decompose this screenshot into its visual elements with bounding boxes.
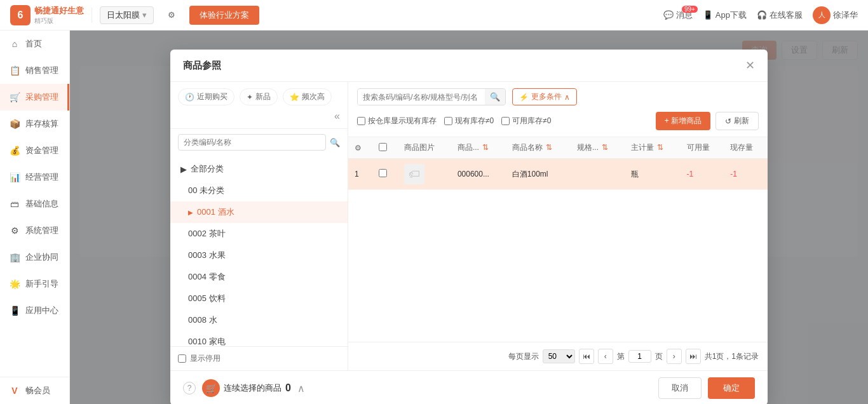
- app-label: App下载: [715, 10, 747, 21]
- sidebar: ⌂ 首页 📋 销售管理 🛒 采购管理 📦 库存核算 💰 资金管理 📊 经营管理 …: [0, 30, 70, 404]
- product-search-input[interactable]: [358, 90, 485, 105]
- last-page-button[interactable]: ⏭: [686, 349, 701, 364]
- cat-00-label: 00 未分类: [188, 185, 224, 196]
- sidebar-label-inventory: 库存核算: [25, 118, 58, 130]
- warehouse-stock-checkbox-label[interactable]: 按仓库显示现有库存: [357, 116, 437, 126]
- tab-recent[interactable]: 🕐 近期购买: [178, 88, 234, 105]
- add-product-button[interactable]: + 新增商品: [656, 112, 710, 130]
- product-search-icon[interactable]: 🔍: [485, 89, 505, 105]
- sidebar-item-purchase[interactable]: 🛒 采购管理: [0, 84, 69, 111]
- cell-name: 白酒100ml: [506, 159, 571, 190]
- user-profile[interactable]: 人 徐泽华: [813, 6, 858, 24]
- per-page-label: 每页显示: [508, 351, 539, 362]
- sidebar-item-sales[interactable]: 📋 销售管理: [0, 57, 69, 84]
- category-item-0001[interactable]: ▶ 0001 酒水: [170, 201, 348, 223]
- col-settings[interactable]: ⚙: [348, 137, 372, 159]
- col-checkbox[interactable]: [372, 137, 398, 159]
- category-search-icon[interactable]: 🔍: [330, 138, 340, 147]
- col-name[interactable]: 商品名称 ⇅: [506, 137, 571, 159]
- inventory-icon: 📦: [9, 118, 20, 130]
- help-icon[interactable]: ?: [183, 382, 196, 394]
- cancel-button[interactable]: 取消: [658, 377, 702, 399]
- cell-avail: -1: [681, 159, 724, 190]
- sidebar-item-enterprise[interactable]: 🏢 企业协同: [0, 244, 69, 271]
- category-item-0005[interactable]: 0005 饮料: [170, 288, 348, 309]
- warehouse-stock-checkbox[interactable]: [357, 117, 365, 125]
- modal-close-button[interactable]: ✕: [745, 58, 755, 72]
- sidebar-label-sales: 销售管理: [25, 65, 58, 76]
- avail-stock-checkbox[interactable]: [501, 117, 510, 125]
- product-search-bar: 🔍: [357, 88, 506, 105]
- col-code[interactable]: 商品... ⇅: [451, 137, 506, 159]
- collapse-left-button[interactable]: «: [334, 111, 340, 122]
- more-filter-button[interactable]: ⚡ 更多条件 ∧: [512, 88, 577, 105]
- tab-frequent-label: 频次高: [302, 91, 325, 102]
- messages-button[interactable]: 💬 消息 99+: [663, 10, 693, 21]
- filter-label: 更多条件: [531, 91, 562, 102]
- table-row[interactable]: 1 🏷 000600... 白酒100ml 瓶 -1 -1: [348, 159, 768, 190]
- modal-body: 🕐 近期购买 ✦ 新品 ⭐ 频次高 «: [170, 82, 768, 370]
- per-page-select[interactable]: 50 100 200: [543, 349, 575, 363]
- trial-button[interactable]: 体验行业方案: [189, 6, 259, 25]
- logo-main-text: 畅捷通好生意: [34, 5, 84, 17]
- page-number-input[interactable]: [628, 350, 651, 363]
- cell-seq: 1: [348, 159, 372, 190]
- category-item-00[interactable]: 00 未分类: [170, 180, 348, 201]
- category-item-0003[interactable]: 0003 水果: [170, 245, 348, 266]
- category-list: ▶ 全部分类 00 未分类 ▶ 0001 酒水 0002 茶: [170, 156, 348, 346]
- sidebar-item-system[interactable]: ⚙ 系统管理: [0, 217, 69, 244]
- sidebar-label-home: 首页: [25, 38, 42, 50]
- refresh-button[interactable]: ↺ 刷新: [715, 112, 759, 130]
- cat-0008-label: 0008 水: [188, 314, 217, 326]
- category-item-all[interactable]: ▶ 全部分类: [170, 158, 348, 180]
- category-item-0004[interactable]: 0004 零食: [170, 266, 348, 288]
- recent-icon: 🕐: [185, 93, 194, 102]
- tab-frequent[interactable]: ⭐ 频次高: [283, 88, 332, 105]
- category-search-input[interactable]: [178, 134, 326, 151]
- col-unit[interactable]: 主计量 ⇅: [625, 137, 681, 159]
- product-table: ⚙ 商品图片 商品... ⇅ 商品名称 ⇅ 规格... ⇅ 主计量 ⇅ 可用量: [348, 137, 768, 190]
- settings-icon[interactable]: ⚙: [161, 5, 182, 25]
- sidebar-item-finance[interactable]: 💰 资金管理: [0, 137, 69, 164]
- sidebar-label-purchase: 采购管理: [25, 91, 58, 103]
- sidebar-item-inventory[interactable]: 📦 库存核算: [0, 111, 69, 137]
- first-page-button[interactable]: ⏮: [579, 349, 594, 364]
- cat-all-arrow: ▶: [180, 165, 187, 174]
- category-item-0008[interactable]: 0008 水: [170, 309, 348, 331]
- avail-stock-checkbox-label[interactable]: 可用库存≠0: [501, 116, 551, 126]
- cat-0010-label: 0010 家电: [188, 336, 226, 346]
- col-spec[interactable]: 规格... ⇅: [571, 137, 625, 159]
- prev-page-button[interactable]: ‹: [598, 349, 613, 364]
- sidebar-item-guide[interactable]: 🌟 新手引导: [0, 271, 69, 297]
- category-item-0002[interactable]: 0002 茶叶: [170, 223, 348, 245]
- sidebar-item-apps[interactable]: 📱 应用中心: [0, 297, 69, 324]
- cart-icon[interactable]: 🛒: [202, 379, 220, 397]
- col-avail: 可用量: [681, 137, 724, 159]
- sidebar-item-member[interactable]: V 畅会员: [0, 377, 69, 404]
- select-all-checkbox[interactable]: [379, 143, 387, 151]
- tab-new[interactable]: ✦ 新品: [240, 88, 278, 105]
- has-stock-checkbox-label[interactable]: 现有库存≠0: [444, 116, 494, 126]
- frequent-icon: ⭐: [290, 93, 299, 102]
- cell-checkbox[interactable]: [372, 159, 398, 190]
- sidebar-item-home[interactable]: ⌂ 首页: [0, 30, 69, 57]
- sidebar-item-operation[interactable]: 📊 经营管理: [0, 164, 69, 191]
- show-disabled-checkbox[interactable]: [178, 354, 186, 363]
- app-download-button[interactable]: 📱 App下载: [703, 10, 747, 21]
- sidebar-item-basic[interactable]: 🗃 基础信息: [0, 191, 69, 217]
- service-icon: 🎧: [757, 10, 767, 20]
- category-item-0010[interactable]: 0010 家电: [170, 331, 348, 346]
- show-disabled-label[interactable]: 显示停用: [190, 353, 220, 364]
- next-page-button[interactable]: ›: [667, 349, 682, 364]
- online-service-button[interactable]: 🎧 在线客服: [757, 10, 803, 21]
- nav-selector[interactable]: 日太阳膜 ▾: [100, 6, 154, 24]
- logo-icon: 6: [10, 5, 31, 25]
- has-stock-checkbox[interactable]: [444, 117, 452, 125]
- header-right: 💬 消息 99+ 📱 App下载 🎧 在线客服 人 徐泽华: [663, 6, 858, 24]
- row-checkbox[interactable]: [379, 169, 387, 177]
- username: 徐泽华: [833, 10, 858, 21]
- cell-image: 🏷: [398, 159, 451, 190]
- collapse-footer-button[interactable]: ∧: [297, 382, 305, 394]
- cart-label: 连续选择的商品: [224, 382, 281, 394]
- confirm-button[interactable]: 确定: [708, 377, 755, 399]
